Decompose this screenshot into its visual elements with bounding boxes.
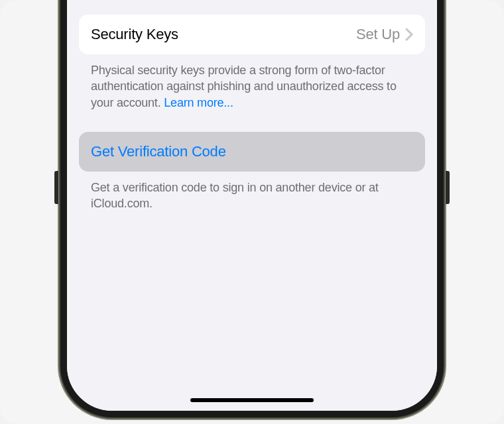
security-keys-value-group: Set Up <box>356 26 413 43</box>
home-indicator[interactable] <box>190 398 314 402</box>
learn-more-link[interactable]: Learn more... <box>164 96 233 109</box>
security-keys-row[interactable]: Security Keys Set Up <box>79 15 425 54</box>
security-keys-description: Physical security keys provide a strong … <box>79 54 425 111</box>
container: Security Keys Set Up Physical security k… <box>0 0 504 424</box>
get-verification-code-label: Get Verification Code <box>91 143 226 160</box>
get-verification-code-button[interactable]: Get Verification Code <box>79 132 425 172</box>
security-keys-value: Set Up <box>356 26 400 43</box>
verification-code-description: Get a verification code to sign in on an… <box>79 172 425 212</box>
phone-side-button-right <box>446 171 450 204</box>
chevron-right-icon <box>405 28 413 41</box>
phone-side-button-left <box>54 171 58 204</box>
security-keys-label: Security Keys <box>91 26 178 43</box>
phone-screen: Security Keys Set Up Physical security k… <box>67 0 437 411</box>
security-keys-description-text: Physical security keys provide a strong … <box>91 64 397 109</box>
phone-frame: Security Keys Set Up Physical security k… <box>60 0 444 417</box>
